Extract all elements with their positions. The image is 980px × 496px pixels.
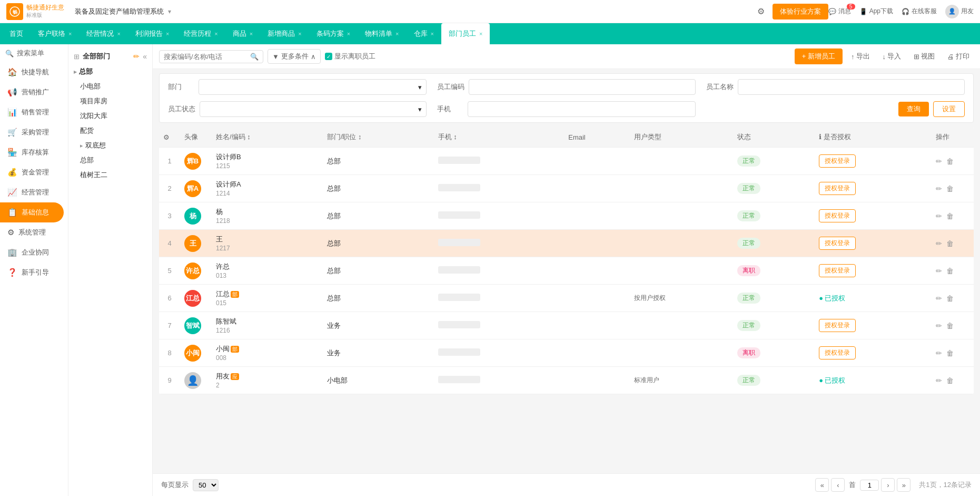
export-button[interactable]: ↑ 导出 <box>847 50 874 63</box>
trial-button[interactable]: 体验行业方案 <box>773 4 828 20</box>
edit-row-icon[interactable]: ✏ <box>936 294 942 303</box>
sidebar-item-guide[interactable]: ❓ 新手引导 <box>0 262 68 283</box>
sidebar-item-inventory[interactable]: 🏪 库存核算 <box>0 142 68 162</box>
show-resigned-toggle[interactable]: ✓ 显示离职员工 <box>325 52 375 61</box>
sidebar-item-purchase[interactable]: 🛒 采购管理 <box>0 122 68 142</box>
edit-dept-icon[interactable]: ✏ <box>133 52 140 61</box>
close-tab-icon[interactable]: × <box>68 31 72 37</box>
prev-page-button[interactable]: ‹ <box>831 478 845 492</box>
sidebar-item-system[interactable]: ⚙ 系统管理 <box>0 222 68 242</box>
tree-node-配货[interactable]: 配货 <box>68 123 152 138</box>
nav-tab-商品[interactable]: 商品× <box>225 23 260 44</box>
tree-node-总部[interactable]: 总部 <box>68 153 152 168</box>
sidebar-search[interactable]: 🔍 搜索菜单 <box>0 44 68 62</box>
tree-node-植树王二[interactable]: 植树王二 <box>68 168 152 182</box>
reset-button[interactable]: 设置 <box>933 101 965 117</box>
close-tab-icon[interactable]: × <box>250 31 253 37</box>
filter-code-input[interactable] <box>473 83 691 91</box>
sidebar-item-sales[interactable]: 📊 销售管理 <box>0 102 68 122</box>
message-button[interactable]: 💬 消息 5 <box>828 7 851 16</box>
edit-row-icon[interactable]: ✏ <box>936 349 942 357</box>
filter-dept-select[interactable]: ▾ <box>199 79 427 95</box>
auth-login-button[interactable]: 授权登录 <box>819 237 856 250</box>
th-phone[interactable]: 手机 ↕ <box>434 127 565 148</box>
th-settings[interactable]: ⚙ <box>159 127 180 148</box>
more-filter-button[interactable]: ▼ 更多条件 ∧ <box>268 49 321 64</box>
search-submit-icon[interactable]: 🔍 <box>250 53 259 61</box>
close-tab-icon[interactable]: × <box>431 31 434 37</box>
auth-login-button[interactable]: 授权登录 <box>819 319 856 332</box>
edit-row-icon[interactable]: ✏ <box>936 267 942 275</box>
nav-tab-部门员工[interactable]: 部门员工× <box>441 23 490 44</box>
th-dept[interactable]: 部门/职位 ↕ <box>323 127 434 148</box>
close-tab-icon[interactable]: × <box>298 31 301 37</box>
delete-row-icon[interactable]: 🗑 <box>946 376 954 385</box>
online-service-button[interactable]: 🎧 在线客服 <box>902 7 937 16</box>
edit-row-icon[interactable]: ✏ <box>936 184 942 193</box>
search-button[interactable]: 查询 <box>898 102 929 116</box>
edit-row-icon[interactable]: ✏ <box>936 212 942 220</box>
auth-login-button[interactable]: 授权登录 <box>819 264 856 277</box>
add-employee-button[interactable]: + 新增员工 <box>795 48 843 64</box>
search-input[interactable] <box>164 53 248 61</box>
close-tab-icon[interactable]: × <box>347 31 350 37</box>
nav-tab-首页[interactable]: 首页 <box>2 23 31 44</box>
delete-row-icon[interactable]: 🗑 <box>946 267 954 275</box>
tree-node-小电部[interactable]: 小电部 <box>68 79 152 94</box>
next-page-button[interactable]: › <box>881 478 895 492</box>
delete-row-icon[interactable]: 🗑 <box>946 239 954 248</box>
page-number-input[interactable] <box>860 480 879 491</box>
nav-tab-新增商品[interactable]: 新增商品× <box>260 23 309 44</box>
print-button[interactable]: 🖨 打印 <box>943 50 974 63</box>
auth-login-button[interactable]: 授权登录 <box>819 182 856 195</box>
delete-row-icon[interactable]: 🗑 <box>946 322 954 330</box>
delete-row-icon[interactable]: 🗑 <box>946 349 954 357</box>
th-name[interactable]: 姓名/编码 ↕ <box>212 127 323 148</box>
import-button[interactable]: ↓ 导入 <box>878 50 906 63</box>
sidebar-item-basic[interactable]: 📋 基础信息 <box>0 202 64 222</box>
sidebar-item-operation[interactable]: 📈 经营管理 <box>0 182 68 202</box>
close-tab-icon[interactable]: × <box>214 31 217 37</box>
nav-tab-利润报告[interactable]: 利润报告× <box>128 23 176 44</box>
last-page-button[interactable]: » <box>897 478 910 492</box>
close-tab-icon[interactable]: × <box>166 31 169 37</box>
delete-row-icon[interactable]: 🗑 <box>946 212 954 220</box>
auth-login-button[interactable]: 授权登录 <box>819 154 856 168</box>
tree-node-项目库房[interactable]: 项目库房 <box>68 94 152 109</box>
nav-tab-客户联络[interactable]: 客户联络× <box>31 23 79 44</box>
edit-row-icon[interactable]: ✏ <box>936 239 942 248</box>
sidebar-item-enterprise[interactable]: 🏢 企业协同 <box>0 242 68 262</box>
collapse-tree-icon[interactable]: « <box>143 52 147 61</box>
auth-login-button[interactable]: 授权登录 <box>819 209 856 222</box>
tree-node-总部[interactable]: ▸总部 <box>68 64 152 79</box>
close-tab-icon[interactable]: × <box>479 31 482 37</box>
app-download-button[interactable]: 📱 App下载 <box>859 7 893 16</box>
edit-row-icon[interactable]: ✏ <box>936 157 942 166</box>
sidebar-item-quick-nav[interactable]: 🏠 快捷导航 <box>0 62 68 82</box>
close-tab-icon[interactable]: × <box>395 31 399 37</box>
nav-tab-经营情况[interactable]: 经营情况× <box>79 23 127 44</box>
per-page-select[interactable]: 50 <box>193 479 219 491</box>
system-title-arrow-icon[interactable]: ▾ <box>168 8 171 15</box>
filter-name-input[interactable] <box>743 83 960 91</box>
tree-node-双底想[interactable]: ▸双底想 <box>68 138 152 153</box>
tree-node-沈阳大库[interactable]: 沈阳大库 <box>68 109 152 123</box>
first-page-button[interactable]: « <box>815 478 829 492</box>
sidebar-item-capital[interactable]: 💰 资金管理 <box>0 162 68 182</box>
edit-row-icon[interactable]: ✏ <box>936 322 942 330</box>
delete-row-icon[interactable]: 🗑 <box>946 294 954 303</box>
gear-button[interactable]: ⚙ <box>754 4 768 19</box>
nav-tab-经营历程[interactable]: 经营历程× <box>176 23 225 44</box>
show-resigned-checkbox[interactable]: ✓ <box>325 53 332 60</box>
sidebar-item-marketing[interactable]: 📢 营销推广 <box>0 82 68 102</box>
filter-phone-input[interactable] <box>472 105 691 113</box>
view-mode-button[interactable]: ⊞ 视图 <box>909 50 939 63</box>
edit-row-icon[interactable]: ✏ <box>936 376 942 385</box>
delete-row-icon[interactable]: 🗑 <box>946 184 954 193</box>
delete-row-icon[interactable]: 🗑 <box>946 157 954 166</box>
auth-login-button[interactable]: 授权登录 <box>819 346 856 359</box>
nav-tab-仓库[interactable]: 仓库× <box>407 23 441 44</box>
close-tab-icon[interactable]: × <box>117 31 120 37</box>
nav-tab-条码方案[interactable]: 条码方案× <box>309 23 358 44</box>
nav-tab-物料清单[interactable]: 物料清单× <box>358 23 406 44</box>
